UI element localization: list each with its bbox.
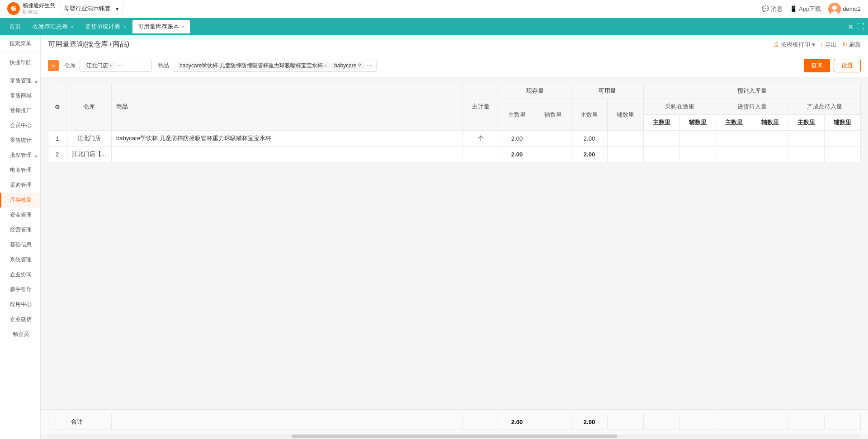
sidebar-item-basic-info[interactable]: 基础信息	[0, 237, 40, 252]
footer-product-spacer	[112, 414, 463, 430]
sidebar-search-label[interactable]: 搜索菜单	[4, 40, 37, 47]
tab-available-stock-close[interactable]: ×	[182, 24, 184, 29]
th-stock-main: 主数里	[499, 99, 535, 131]
cell-warehouse-2: 江北门店【...	[66, 146, 112, 162]
page-title: 可用量查询(按仓库+商品)	[48, 40, 129, 49]
sidebar-item-enterprise-label: 企业协同	[10, 271, 32, 279]
filter-actions: 查询 设置	[804, 59, 861, 72]
sidebar-quick-nav-label[interactable]: 快捷导航	[0, 56, 40, 69]
tab-income-expense-close[interactable]: ×	[71, 24, 73, 29]
sidebar-item-wholesale-mgmt-label: 批发管理	[10, 151, 32, 159]
tab-expand[interactable]: ⛶	[857, 23, 864, 31]
sidebar-search[interactable]: 搜索菜单	[0, 35, 40, 52]
refresh-label: 刷新	[849, 41, 861, 49]
settings-button[interactable]: 设置	[834, 59, 861, 72]
th-planned-inbound: 预计入库量	[644, 83, 861, 99]
cell-stock-main-1: 2.00	[499, 131, 535, 146]
product-tag-1: babycare？	[331, 61, 364, 70]
industry-name: 母婴行业演示账套	[64, 5, 111, 13]
app-download-button[interactable]: 📱 App下载	[790, 5, 821, 13]
sidebar-item-inventory-label: 库存核算	[10, 196, 32, 204]
refresh-icon: ↻	[842, 41, 847, 48]
warehouse-tag: 江北门店 ×	[84, 61, 115, 70]
sidebar-item-member[interactable]: 畅会员	[0, 327, 40, 342]
footer-i-aux	[752, 414, 788, 430]
cell-unit-2	[463, 146, 499, 162]
sidebar-item-operations[interactable]: 经营管理	[0, 222, 40, 237]
tab-order-stats-close[interactable]: ×	[123, 24, 126, 29]
sidebar-item-ecommerce[interactable]: 电商管理	[0, 163, 40, 178]
sidebar-item-retail-mall[interactable]: 零售商城	[0, 88, 40, 103]
th-incoming-aux: 辅数里	[752, 115, 788, 131]
sidebar-item-operations-label: 经营管理	[10, 226, 32, 234]
sidebar-item-finance[interactable]: 资金管理	[0, 208, 40, 222]
warehouse-filter-group: 仓库 江北门店 × ···	[64, 60, 152, 72]
sidebar-item-marketing-label: 营销推广	[10, 107, 32, 114]
scrollbar-track[interactable]	[48, 434, 861, 438]
sidebar-item-member-label: 畅会员	[13, 330, 29, 338]
sidebar-item-inventory[interactable]: 库存核算	[0, 193, 40, 208]
sidebar-item-enterprise-wechat[interactable]: 企业微信	[0, 312, 40, 327]
sidebar-item-member-center[interactable]: 会员中心	[0, 118, 40, 133]
cell-purchase-transit-aux-1	[680, 131, 716, 146]
tab-home[interactable]: 首页	[4, 20, 26, 33]
sidebar-item-enterprise-wechat-label: 企业微信	[10, 316, 32, 323]
th-finished-main: 主数里	[788, 115, 825, 131]
sidebar-item-purchase[interactable]: 采购管理	[0, 178, 40, 193]
sidebar-item-retail-mgmt[interactable]: 零售管理 ▲	[0, 73, 40, 88]
warehouse-tag-close[interactable]: ×	[109, 63, 112, 68]
tab-order-stats[interactable]: 要货单统计表 ×	[80, 20, 131, 33]
th-product: 商品	[112, 83, 463, 131]
footer-p-main	[644, 414, 680, 430]
industry-selector[interactable]: 母婴行业演示账套 ▾	[60, 3, 123, 14]
chevron-down-icon: ▾	[116, 5, 119, 12]
sidebar-item-system[interactable]: 系统管理	[0, 252, 40, 267]
cell-product-1: babycare学饮杯 儿童防摔防撞吸管杯重力球吸嘴杯宝宝水杯	[112, 131, 463, 146]
warehouse-dots[interactable]: ···	[117, 61, 123, 70]
export-button[interactable]: ↑ 导出	[821, 41, 837, 49]
sidebar-item-marketing[interactable]: 营销推广	[0, 103, 40, 118]
sidebar-item-ecommerce-label: 电商管理	[10, 166, 32, 174]
product-filter-group: 商品 babycare学饮杯 儿童防摔防撞吸管杯重力球吸嘴杯宝宝水杯 × bab…	[157, 60, 377, 72]
sidebar-item-retail-stats[interactable]: 零售统计	[0, 133, 40, 148]
print-button[interactable]: 🖨 按模板打印 ▾	[773, 41, 815, 49]
warehouse-input-box[interactable]: 江北门店 × ···	[80, 60, 152, 72]
user-profile[interactable]: demo2	[828, 3, 861, 15]
tab-close-all[interactable]: ✕	[848, 23, 854, 31]
cell-finished-aux-1	[825, 131, 861, 146]
refresh-button[interactable]: ↻ 刷新	[842, 41, 861, 49]
th-settings[interactable]: ⚙	[48, 83, 66, 131]
tab-bar-actions: ✕ ⛶	[848, 23, 864, 31]
scrollbar-thumb[interactable]	[292, 434, 617, 438]
logo-icon: 畅	[7, 2, 20, 15]
cell-index-2: 2	[48, 146, 66, 162]
sidebar-item-wholesale-mgmt[interactable]: 批发管理 ▲	[0, 148, 40, 163]
bottom-scrollbar	[41, 434, 868, 439]
logo-text: 畅捷通好生意	[23, 2, 55, 9]
filter-toggle-button[interactable]: »	[48, 60, 59, 71]
table-row: 2 江北门店【... 2.00 2.00	[48, 146, 861, 162]
message-icon: 💬	[762, 5, 769, 12]
tab-available-stock-label: 可用量库存账本	[138, 23, 179, 31]
tab-available-stock[interactable]: 可用量库存账本 ×	[132, 20, 190, 33]
footer-table: 合计 2.00 2.00	[48, 414, 861, 430]
app-download-label: App下载	[799, 5, 821, 13]
th-avail-main: 主数里	[571, 99, 608, 131]
footer-f-aux	[825, 414, 861, 430]
sidebar-item-enterprise[interactable]: 企业协同	[0, 267, 40, 282]
product-input-box[interactable]: babycare学饮杯 儿童防摔防撞吸管杯重力球吸嘴杯宝宝水杯 × babyca…	[173, 60, 377, 72]
product-tag-0-close[interactable]: ×	[324, 63, 327, 68]
tab-income-expense[interactable]: 收发存汇总表 ×	[27, 20, 79, 33]
product-dots[interactable]: ···	[367, 61, 373, 70]
sidebar-item-retail-stats-label: 零售统计	[10, 137, 32, 144]
sidebar-item-app-center[interactable]: 应用中心	[0, 297, 40, 312]
sidebar-item-new-guide[interactable]: 新手引导	[0, 282, 40, 297]
main-layout: 搜索菜单 快捷导航 零售管理 ▲ 零售商城 营销推广 会员中心 零售统计 批发管…	[0, 35, 868, 439]
cell-stock-aux-1	[535, 131, 571, 146]
message-button[interactable]: 💬 消息	[762, 5, 783, 13]
filter-bar: » 仓库 江北门店 × ··· 商品 babycare学饮杯 儿童防摔防撞吸管杯…	[41, 54, 868, 77]
sidebar-quick-nav[interactable]: 快捷导航	[0, 52, 40, 73]
sidebar-item-app-center-label: 应用中心	[10, 301, 32, 308]
query-button[interactable]: 查询	[804, 59, 830, 72]
top-bar-left: 畅 畅捷通好生意 标准版 母婴行业演示账套 ▾	[7, 2, 123, 15]
